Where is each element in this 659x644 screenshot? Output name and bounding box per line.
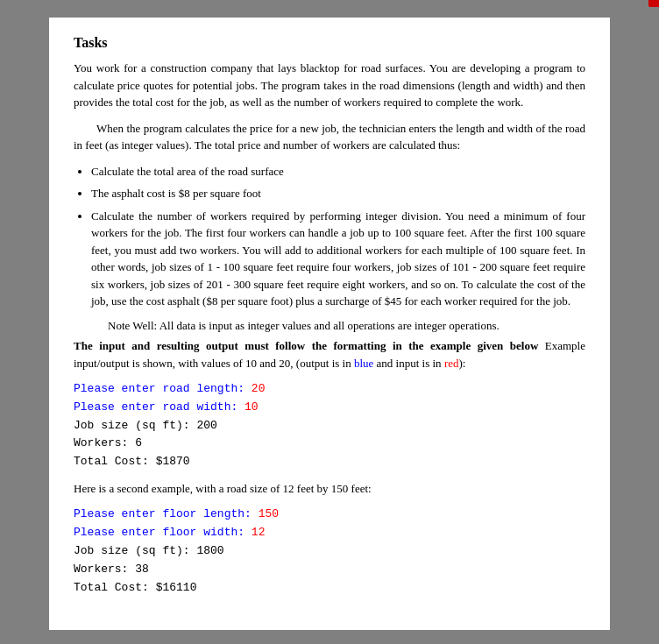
example1-output1-label: Job size (sq ft): bbox=[74, 419, 190, 432]
example2-output3-value: $16110 bbox=[156, 581, 197, 594]
example1-output2-value: 6 bbox=[135, 436, 142, 449]
second-example-intro: Here is a second example, with a road si… bbox=[74, 480, 585, 498]
bullet-item-3: Calculate the number of workers required… bbox=[91, 208, 585, 310]
example2-output2: Workers: 38 bbox=[74, 561, 585, 579]
blue-label: blue bbox=[354, 357, 373, 370]
example1-line1: Please enter road length: 20 bbox=[74, 380, 585, 399]
example2-output1-label: Job size (sq ft): bbox=[74, 544, 190, 557]
example2-output2-value: 38 bbox=[135, 563, 149, 576]
example2-output2-label: Workers: bbox=[74, 563, 128, 576]
top-bar-indicator bbox=[648, 0, 659, 7]
example1-input2: 10 bbox=[244, 400, 259, 414]
example2-input1: 150 bbox=[259, 507, 279, 520]
intro-paragraph-1: You work for a construction company that… bbox=[74, 60, 585, 111]
example2-output1: Job size (sq ft): 1800 bbox=[74, 542, 585, 561]
bullet-item-1: Calculate the total area of the road sur… bbox=[91, 163, 585, 180]
example2-prompt1: Please enter floor length: bbox=[74, 507, 252, 520]
example2-line1: Please enter floor length: 150 bbox=[74, 506, 585, 524]
example1-output2-label: Workers: bbox=[74, 436, 128, 449]
bullet-item-2: The asphalt cost is $8 per square foot bbox=[91, 185, 585, 202]
in-word: in bbox=[433, 357, 442, 370]
example1-line2: Please enter road width: 10 bbox=[74, 399, 585, 417]
example1-input1: 20 bbox=[252, 382, 266, 395]
page-title: Tasks bbox=[74, 35, 585, 51]
example1-output1-value: 200 bbox=[196, 419, 216, 432]
example1-output2: Workers: 6 bbox=[74, 435, 585, 453]
intro-paragraph-2: When the program calculates the price fo… bbox=[74, 120, 585, 154]
example1-prompt2: Please enter road width: bbox=[74, 400, 237, 414]
and-input-is-text: and input is bbox=[377, 357, 430, 370]
example2-output3: Total Cost: $16110 bbox=[74, 579, 585, 598]
example2-line2: Please enter floor width: 12 bbox=[74, 524, 585, 542]
example2-input2: 12 bbox=[252, 526, 266, 539]
example2-output1-value: 1800 bbox=[196, 544, 223, 557]
example2-block: Please enter floor length: 150 Please en… bbox=[74, 506, 585, 597]
close-paren: ): bbox=[458, 357, 465, 370]
example1-output1: Job size (sq ft): 200 bbox=[74, 417, 585, 435]
example1-block: Please enter road length: 20 Please ente… bbox=[74, 380, 585, 471]
bold-format-line: The input and resulting output must foll… bbox=[74, 337, 585, 372]
example1-prompt1: Please enter road length: bbox=[74, 382, 244, 395]
page-container: Tasks You work for a construction compan… bbox=[49, 18, 610, 630]
example2-prompt2: Please enter floor width: bbox=[74, 526, 244, 539]
example1-output3-label: Total Cost: bbox=[74, 455, 149, 468]
bold-instruction: The input and resulting output must foll… bbox=[74, 339, 538, 352]
example1-output3-value: $1870 bbox=[156, 455, 190, 468]
example1-output3: Total Cost: $1870 bbox=[74, 453, 585, 471]
note-well: Note Well: All data is input as integer … bbox=[108, 317, 585, 335]
bullet-list: Calculate the total area of the road sur… bbox=[91, 163, 585, 310]
example2-output3-label: Total Cost: bbox=[74, 581, 149, 594]
red-label: red bbox=[444, 357, 459, 370]
